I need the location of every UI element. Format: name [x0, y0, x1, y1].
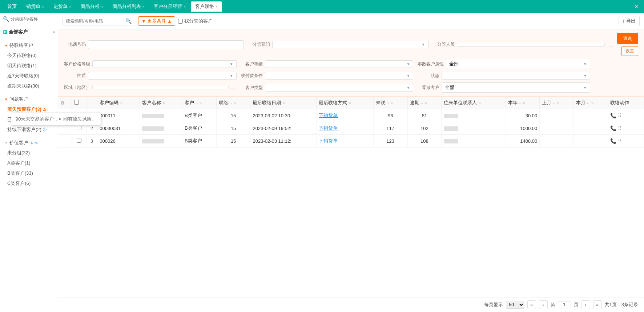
- page-input[interactable]: [558, 301, 571, 308]
- export-button[interactable]: ↑ 导出: [619, 16, 640, 26]
- action-phone-icon[interactable]: 📞: [610, 138, 616, 144]
- next-page-button[interactable]: ›: [581, 300, 590, 309]
- sidebar-item-overdue[interactable]: 逾期未联络(30): [0, 81, 58, 91]
- region-more-icon[interactable]: …: [231, 84, 237, 91]
- first-page-button[interactable]: «: [527, 300, 536, 309]
- col-contact-person[interactable]: 往来单位联系人 ⇅: [442, 97, 506, 109]
- tab-analysis[interactable]: 商品分析 ×: [76, 1, 108, 12]
- refresh-icon[interactable]: ↻: [31, 141, 33, 145]
- sidebar-search-box: 🔍: [0, 13, 58, 25]
- action-menu-icon[interactable]: ⠿: [618, 125, 621, 131]
- tab-sales[interactable]: 销货单 ×: [22, 1, 48, 12]
- action-phone-icon[interactable]: 📞: [610, 125, 616, 131]
- close-analysis-table-icon[interactable]: ×: [142, 5, 145, 9]
- my-customers-checkbox-label[interactable]: 我分管的客户: [178, 18, 213, 24]
- last-method-link[interactable]: 下销货单: [319, 138, 338, 143]
- filter-search-input[interactable]: [66, 19, 124, 24]
- collapse-icon[interactable]: «: [53, 30, 55, 34]
- manager-select[interactable]: [457, 43, 605, 46]
- sidebar-item-week[interactable]: 近7天待联络(0): [0, 71, 58, 81]
- sidebar-item-unclassified[interactable]: 未分组(32): [0, 148, 58, 158]
- col-code[interactable]: 客户编码 ⇅: [97, 97, 140, 109]
- page-label-post: 页: [574, 301, 579, 308]
- manager-more-icon[interactable]: …: [607, 41, 613, 48]
- query-button[interactable]: 查询: [617, 33, 638, 44]
- close-customer-contact-icon[interactable]: ×: [216, 5, 218, 9]
- cell-name: [140, 135, 182, 147]
- sidebar-item-c-class[interactable]: C类客户(6): [0, 178, 58, 189]
- more-conditions-button[interactable]: ▼ 更多条件 ▲: [138, 16, 175, 26]
- status-chevron-icon: ▼: [583, 74, 587, 78]
- close-analysis-icon[interactable]: ×: [101, 5, 103, 9]
- action-menu-icon[interactable]: ⠿: [618, 113, 621, 118]
- sidebar-item-b-class[interactable]: B类客户(33): [0, 168, 58, 178]
- scattered-attr-chevron-icon: ▼: [583, 62, 587, 66]
- price-grade-select[interactable]: ▼: [92, 60, 237, 68]
- close-all-button[interactable]: ×: [632, 3, 641, 10]
- phone-input[interactable]: [88, 40, 244, 49]
- sidebar-group-at-risk[interactable]: ▼ 问题客户: [0, 94, 58, 104]
- tab-customer-segment[interactable]: 客户分层经营 ×: [149, 1, 190, 12]
- col-overdue[interactable]: 逾期... ⇅: [407, 97, 442, 109]
- col-last-month[interactable]: 上月... ⇅: [540, 97, 574, 109]
- sidebar-group-value-customers[interactable]: ▼ 价值客户 ↻ ✎: [0, 138, 58, 148]
- customer-type-select[interactable]: ▼: [265, 84, 414, 92]
- select-all-checkbox[interactable]: [74, 100, 79, 105]
- sort-last-month-icon: ⇅: [557, 101, 560, 105]
- sidebar-all-customers[interactable]: ⊞ 全部客户 «: [0, 27, 58, 37]
- cell-unlisted: 123: [373, 135, 407, 147]
- col-unlisted[interactable]: 未联... ⇅: [373, 97, 407, 109]
- col-this-year[interactable]: 本年... ⇅: [506, 97, 540, 109]
- scattered-attr-select[interactable]: 全部 ▼: [446, 59, 590, 69]
- cell-this-year: 1000.00: [506, 122, 540, 135]
- last-page-button[interactable]: »: [593, 300, 602, 309]
- edit-icon[interactable]: ✎: [35, 141, 38, 145]
- last-method-link[interactable]: 下销货单: [319, 125, 338, 131]
- sidebar-item-a-class[interactable]: A类客户(1): [0, 158, 58, 168]
- col-last-method[interactable]: 最后联络方式 ⇅: [317, 97, 374, 109]
- scattered-customer-select[interactable]: 全部 ▼: [442, 82, 590, 93]
- sidebar-item-downgrading[interactable]: 持续下滑客户(2) ⓘ: [0, 125, 58, 135]
- prev-page-button[interactable]: ‹: [539, 300, 548, 309]
- close-purchase-icon[interactable]: ×: [69, 5, 71, 9]
- col-type[interactable]: 客户... ⇅: [182, 97, 217, 109]
- col-name[interactable]: 客户名称 ⇅: [140, 97, 182, 109]
- filter-search-icon[interactable]: 🔍: [125, 18, 132, 24]
- at-risk-label: 问题客户: [9, 96, 28, 102]
- status-select[interactable]: ▼: [442, 72, 590, 80]
- close-sales-icon[interactable]: ×: [42, 5, 44, 9]
- customer-grade-select[interactable]: ▼: [265, 60, 414, 68]
- row-checkbox[interactable]: [77, 138, 81, 143]
- nature-select[interactable]: ▼: [88, 72, 237, 80]
- tab-analysis-table[interactable]: 商品分析列表 ×: [108, 1, 149, 12]
- my-customers-checkbox[interactable]: [178, 19, 183, 24]
- dept-select[interactable]: ▼: [272, 41, 428, 48]
- cell-name: [140, 122, 182, 135]
- action-phone-icon[interactable]: 📞: [610, 113, 616, 118]
- sidebar-search-input[interactable]: [11, 16, 58, 21]
- tab-purchase[interactable]: 进货单 ×: [49, 1, 76, 12]
- settings-button[interactable]: 设置: [621, 46, 638, 56]
- sidebar-item-tomorrow[interactable]: 明天待联络(1): [0, 61, 58, 71]
- last-method-link[interactable]: 下销货单: [319, 113, 338, 118]
- tab-customer-contact[interactable]: 客户联络 ×: [191, 1, 222, 12]
- payment-select[interactable]: ▼: [265, 72, 414, 80]
- region-select[interactable]: [92, 86, 229, 89]
- col-this-month[interactable]: 本月... ⇅: [574, 97, 608, 109]
- close-customer-segment-icon[interactable]: ×: [184, 5, 186, 9]
- tab-home[interactable]: 首页: [3, 1, 21, 12]
- per-page-select[interactable]: 50 100 200: [506, 301, 524, 309]
- col-contact-num[interactable]: 联络... ⇅: [216, 97, 250, 109]
- col-settings[interactable]: ⚙: [58, 97, 72, 109]
- cell-contact-person: [442, 122, 506, 135]
- cell-row-num: 3: [86, 135, 97, 147]
- col-actions: 联络动作: [608, 97, 644, 109]
- row-checkbox[interactable]: [77, 125, 81, 130]
- col-last-date[interactable]: 最后联络日期 ⇅: [250, 97, 317, 109]
- advanced-filter-panel: 电话号码 分管部门 ▼ 分管人员 …: [58, 29, 644, 97]
- sidebar-group-pending-contact[interactable]: ▼ 待联络客户: [0, 40, 58, 50]
- price-grade-label: 客户价格等级: [64, 61, 90, 67]
- action-menu-icon[interactable]: ⠿: [618, 138, 621, 144]
- sidebar-item-today[interactable]: 今天待联络(0): [0, 50, 58, 61]
- cell-checkbox: [72, 135, 86, 147]
